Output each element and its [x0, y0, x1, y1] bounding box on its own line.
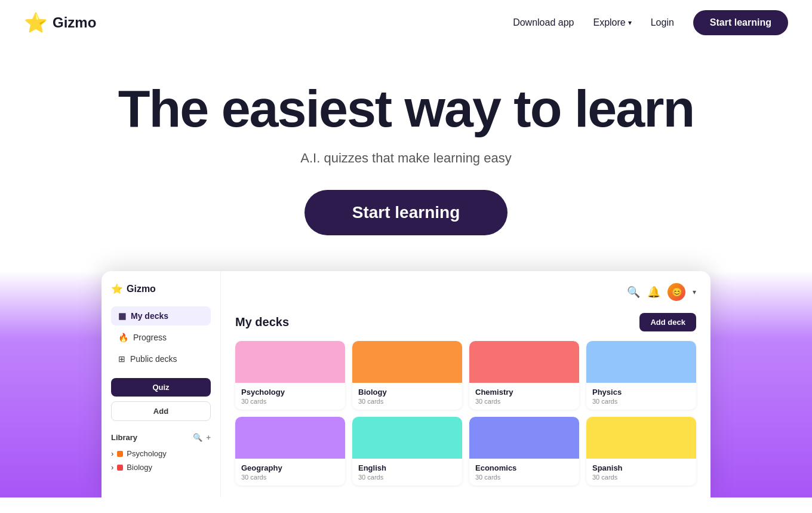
quiz-button[interactable]: Quiz	[111, 378, 211, 397]
library-add-icon[interactable]: +	[206, 433, 211, 442]
library-psychology-label: Psychology	[127, 449, 166, 458]
sidebar-my-decks-label: My decks	[131, 311, 168, 321]
psychology-dot	[117, 451, 123, 457]
deck-card-count-6: 30 cards	[475, 474, 573, 481]
library-item-biology[interactable]: › Biology	[111, 460, 211, 474]
deck-card-name-4: Geography	[241, 463, 339, 472]
library-label: Library	[111, 433, 137, 442]
deck-card[interactable]: Psychology 30 cards	[235, 341, 345, 410]
library-header: Library 🔍 +	[111, 433, 211, 442]
logo-star-icon: ⭐	[24, 11, 48, 34]
nav-start-learning-button[interactable]: Start learning	[693, 10, 788, 35]
bars-icon: ▦	[118, 311, 126, 321]
chevron-right-icon-2: ›	[111, 463, 113, 472]
deck-card[interactable]: Physics 30 cards	[586, 341, 696, 410]
nav-links: Download app Explore ▾ Login Start learn…	[513, 10, 788, 35]
deck-card-name-1: Biology	[358, 388, 456, 397]
hero-title: The easiest way to learn	[24, 81, 788, 136]
add-deck-button[interactable]: Add deck	[639, 313, 696, 331]
deck-card-count-7: 30 cards	[592, 474, 690, 481]
deck-card[interactable]: Spanish 30 cards	[586, 417, 696, 486]
deck-card-info-6: Economics 30 cards	[469, 459, 579, 486]
chevron-down-icon: ▾	[628, 19, 632, 27]
app-header-row: 🔍 🔔 😊 ▾	[235, 283, 696, 301]
deck-card[interactable]: Biology 30 cards	[352, 341, 462, 410]
deck-card-count-0: 30 cards	[241, 398, 339, 405]
deck-card-color-5	[352, 417, 462, 459]
my-decks-heading: My decks	[235, 315, 289, 329]
add-button[interactable]: Add	[111, 401, 211, 421]
library-icons: 🔍 +	[193, 433, 211, 442]
deck-card-color-6	[469, 417, 579, 459]
deck-card-info-5: English 30 cards	[352, 459, 462, 486]
deck-card-count-2: 30 cards	[475, 398, 573, 405]
explore-label: Explore	[593, 17, 625, 28]
deck-card-name-7: Spanish	[592, 463, 690, 472]
library-search-icon[interactable]: 🔍	[193, 433, 202, 442]
deck-card-color-1	[352, 341, 462, 383]
sidebar-item-my-decks[interactable]: ▦ My decks	[111, 306, 211, 325]
deck-card[interactable]: Economics 30 cards	[469, 417, 579, 486]
deck-grid: Psychology 30 cards Biology 30 cards Che…	[235, 341, 696, 486]
app-logo: ⭐ Gizmo	[111, 283, 211, 294]
deck-card-info-7: Spanish 30 cards	[586, 459, 696, 486]
download-app-link[interactable]: Download app	[513, 17, 574, 28]
deck-card[interactable]: Chemistry 30 cards	[469, 341, 579, 410]
logo-text: Gizmo	[53, 14, 96, 31]
app-preview-wrapper: ⭐ Gizmo ▦ My decks 🔥 Progress ⊞ Public d…	[0, 271, 812, 497]
deck-card-count-5: 30 cards	[358, 474, 456, 481]
explore-dropdown[interactable]: Explore ▾	[593, 17, 631, 28]
app-logo-star-icon: ⭐	[111, 283, 123, 294]
deck-card-name-0: Psychology	[241, 388, 339, 397]
deck-card[interactable]: Geography 30 cards	[235, 417, 345, 486]
deck-card-name-6: Economics	[475, 463, 573, 472]
navbar: ⭐ Gizmo Download app Explore ▾ Login Sta…	[0, 0, 812, 45]
sidebar-action-buttons: Quiz Add	[111, 378, 211, 421]
deck-card[interactable]: English 30 cards	[352, 417, 462, 486]
deck-card-count-1: 30 cards	[358, 398, 456, 405]
sidebar-public-decks-label: Public decks	[130, 354, 177, 364]
app-main: 🔍 🔔 😊 ▾ My decks Add deck Psychology 30 …	[221, 271, 710, 497]
deck-card-color-7	[586, 417, 696, 459]
deck-card-color-0	[235, 341, 345, 383]
deck-card-info-0: Psychology 30 cards	[235, 383, 345, 410]
chevron-right-icon: ›	[111, 449, 113, 458]
deck-card-info-3: Physics 30 cards	[586, 383, 696, 410]
deck-card-color-4	[235, 417, 345, 459]
app-logo-text: Gizmo	[127, 284, 156, 294]
login-link[interactable]: Login	[651, 17, 674, 28]
library-biology-label: Biology	[127, 463, 152, 472]
avatar-chevron-icon[interactable]: ▾	[693, 288, 696, 296]
search-icon[interactable]: 🔍	[627, 285, 640, 299]
my-decks-row: My decks Add deck	[235, 313, 696, 331]
deck-card-name-3: Physics	[592, 388, 690, 397]
biology-dot	[117, 465, 123, 471]
deck-card-color-3	[586, 341, 696, 383]
deck-card-info-4: Geography 30 cards	[235, 459, 345, 486]
avatar[interactable]: 😊	[668, 283, 685, 301]
deck-card-name-2: Chemistry	[475, 388, 573, 397]
deck-card-count-4: 30 cards	[241, 474, 339, 481]
app-sidebar: ⭐ Gizmo ▦ My decks 🔥 Progress ⊞ Public d…	[102, 271, 221, 497]
grid-icon: ⊞	[118, 354, 125, 364]
deck-card-count-3: 30 cards	[592, 398, 690, 405]
deck-card-info-1: Biology 30 cards	[352, 383, 462, 410]
hero-section: The easiest way to learn A.I. quizzes th…	[0, 45, 812, 271]
sidebar-progress-label: Progress	[133, 333, 167, 342]
library-item-psychology[interactable]: › Psychology	[111, 447, 211, 460]
flame-icon: 🔥	[118, 333, 128, 342]
deck-card-name-5: English	[358, 463, 456, 472]
app-header-icons: 🔍 🔔 😊 ▾	[627, 283, 696, 301]
sidebar-item-progress[interactable]: 🔥 Progress	[111, 328, 211, 347]
logo[interactable]: ⭐ Gizmo	[24, 11, 96, 34]
bell-icon[interactable]: 🔔	[647, 285, 660, 299]
deck-card-color-2	[469, 341, 579, 383]
deck-card-info-2: Chemistry 30 cards	[469, 383, 579, 410]
app-preview: ⭐ Gizmo ▦ My decks 🔥 Progress ⊞ Public d…	[102, 271, 710, 497]
sidebar-item-public-decks[interactable]: ⊞ Public decks	[111, 349, 211, 368]
hero-subtitle: A.I. quizzes that make learning easy	[24, 150, 788, 166]
library-section: Library 🔍 + › Psychology › Biology	[111, 433, 211, 474]
hero-start-learning-button[interactable]: Start learning	[304, 190, 508, 235]
